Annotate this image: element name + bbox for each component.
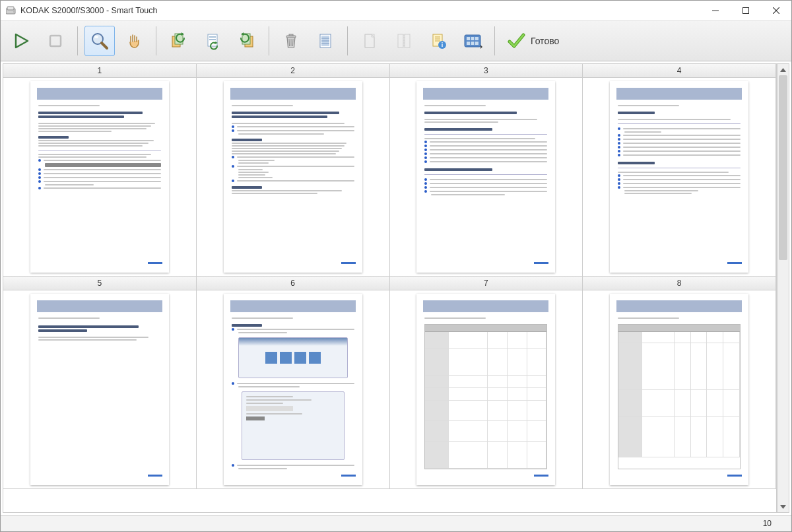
toolbar-separator <box>347 26 348 55</box>
toolbar-separator <box>77 26 78 55</box>
scan-stop-button <box>40 26 71 56</box>
scan-start-button[interactable] <box>6 26 36 56</box>
svg-line-24 <box>289 39 290 46</box>
thumbnail-cell[interactable]: 6 <box>197 277 390 489</box>
thumbnail-cell[interactable]: 2 <box>197 64 390 277</box>
scroll-down-button[interactable] <box>777 501 789 512</box>
svg-rect-34 <box>405 34 410 48</box>
svg-rect-8 <box>50 36 61 46</box>
page-properties-button[interactable]: i <box>423 26 453 56</box>
status-bar: 10 <box>1 515 791 531</box>
zoom-button[interactable] <box>84 26 115 56</box>
svg-point-10 <box>94 36 98 38</box>
thumbnail-cell[interactable]: 4 <box>583 64 776 277</box>
blank-page-button[interactable] <box>354 26 385 56</box>
svg-marker-50 <box>780 68 786 72</box>
vertical-scrollbar[interactable] <box>777 63 789 513</box>
page-thumbnail <box>30 81 169 273</box>
svg-rect-46 <box>467 42 470 45</box>
svg-line-26 <box>293 39 294 46</box>
close-button[interactable] <box>761 1 791 20</box>
svg-rect-16 <box>209 36 216 38</box>
minimize-button[interactable] <box>700 1 731 20</box>
page-number: 1 <box>3 64 196 78</box>
split-page-button[interactable] <box>389 26 419 56</box>
svg-text:i: i <box>442 42 444 48</box>
page-number: 4 <box>583 64 776 78</box>
svg-rect-42 <box>465 35 480 47</box>
thumbnail-cell[interactable]: 8 <box>583 277 776 489</box>
total-pages: 10 <box>763 519 772 528</box>
thumbnail-view-button[interactable] <box>457 26 488 56</box>
content-area: 1 <box>1 61 791 515</box>
svg-rect-4 <box>743 8 749 14</box>
scroll-up-button[interactable] <box>777 64 789 75</box>
toolbar: i Готово <box>1 21 791 61</box>
rotate-page-button[interactable] <box>197 26 228 56</box>
app-icon <box>6 6 16 15</box>
thumbnail-cell[interactable]: 1 <box>3 64 197 277</box>
svg-marker-51 <box>780 505 786 509</box>
rescan-button[interactable] <box>310 26 341 56</box>
done-label: Готово <box>531 36 559 46</box>
svg-rect-48 <box>475 42 478 45</box>
page-number: 3 <box>390 64 583 78</box>
svg-line-11 <box>102 43 107 48</box>
svg-rect-47 <box>471 42 475 45</box>
svg-rect-32 <box>365 34 374 48</box>
svg-rect-17 <box>209 39 216 40</box>
thumbnail-cell[interactable]: 7 <box>390 277 583 489</box>
page-number: 7 <box>390 277 583 290</box>
toolbar-separator <box>494 26 495 55</box>
svg-rect-45 <box>475 37 478 40</box>
page-number: 6 <box>197 277 389 290</box>
page-number: 5 <box>3 277 196 290</box>
thumbnail-cell[interactable]: 5 <box>3 277 197 489</box>
rotate-right-button[interactable] <box>232 26 262 56</box>
scroll-thumb[interactable] <box>779 75 787 260</box>
thumbnail-grid[interactable]: 1 <box>3 63 777 513</box>
page-number: 2 <box>197 64 389 78</box>
svg-rect-33 <box>398 34 403 48</box>
done-button[interactable]: Готово <box>502 26 564 55</box>
svg-marker-49 <box>480 45 482 49</box>
toolbar-separator <box>156 26 156 55</box>
svg-rect-23 <box>289 34 293 36</box>
svg-rect-43 <box>467 37 470 40</box>
maximize-button[interactable] <box>731 1 761 20</box>
svg-rect-44 <box>471 37 475 40</box>
page-number: 8 <box>583 277 776 290</box>
toolbar-separator <box>269 26 269 55</box>
page-thumbnail <box>416 81 555 273</box>
page-thumbnail <box>610 294 748 485</box>
page-thumbnail <box>224 294 362 485</box>
page-thumbnail <box>416 294 555 485</box>
app-window: KODAK S2000f/S3000 - Smart Touch <box>0 0 792 532</box>
page-thumbnail <box>30 294 169 485</box>
titlebar: KODAK S2000f/S3000 - Smart Touch <box>1 1 791 21</box>
svg-rect-2 <box>13 10 15 13</box>
svg-marker-7 <box>16 34 28 48</box>
thumbnail-cell[interactable]: 3 <box>390 64 583 277</box>
delete-button[interactable] <box>276 26 306 56</box>
pan-button[interactable] <box>119 26 149 56</box>
rotate-left-button[interactable] <box>163 26 193 56</box>
window-title: KODAK S2000f/S3000 - Smart Touch <box>20 6 158 15</box>
svg-rect-1 <box>7 7 14 10</box>
scroll-track[interactable] <box>777 75 789 501</box>
page-thumbnail <box>224 81 362 273</box>
page-thumbnail <box>610 81 748 273</box>
